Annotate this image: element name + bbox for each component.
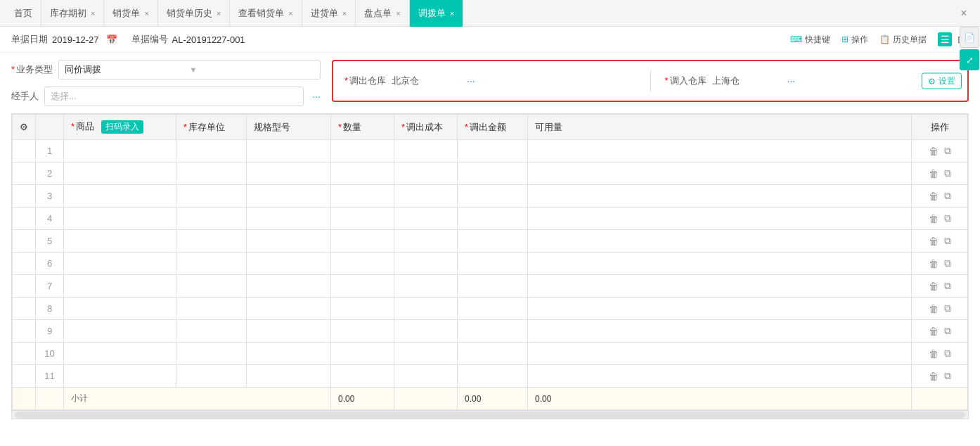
row-qty-cell[interactable] — [331, 230, 394, 253]
tab-stocktake[interactable]: 盘点单 × — [356, 0, 409, 27]
row-amount-cell[interactable] — [458, 343, 528, 365]
delete-icon[interactable]: 🗑 — [929, 303, 939, 314]
copy-icon[interactable]: ⧉ — [944, 190, 951, 202]
sidebar-doc-button[interactable]: 📄 — [960, 27, 979, 48]
layout-list-icon[interactable]: ☰ — [938, 32, 952, 46]
row-amount-cell[interactable] — [458, 230, 528, 253]
copy-icon[interactable]: ⧉ — [944, 235, 951, 247]
biz-type-select[interactable]: 同价调拨 ▼ — [58, 60, 321, 79]
row-amount-cell[interactable] — [458, 185, 528, 208]
row-unit-cell[interactable] — [176, 230, 247, 253]
tab-inventory-init[interactable]: 库存期初 × — [41, 0, 104, 27]
scan-entry-button[interactable]: 扫码录入 — [101, 120, 143, 134]
row-unit-cell[interactable] — [176, 343, 247, 365]
row-product-cell[interactable] — [64, 230, 176, 253]
row-cost-cell[interactable] — [394, 163, 458, 185]
subtotal-delete-icon[interactable]: 🗑 — [929, 371, 939, 382]
subtotal-unit-cell[interactable] — [176, 365, 247, 388]
row-qty-cell[interactable] — [331, 275, 394, 298]
th-settings[interactable]: ⚙ — [13, 115, 36, 140]
window-close-button[interactable]: × — [953, 0, 974, 27]
row-spec-cell[interactable] — [247, 343, 331, 365]
subtotal-copy-icon[interactable]: ⧉ — [944, 370, 951, 382]
transfer-out-value[interactable]: 北京仓 — [392, 75, 419, 87]
tab-close-purchase[interactable]: × — [342, 9, 347, 18]
row-qty-cell[interactable] — [331, 185, 394, 208]
row-amount-cell[interactable] — [458, 298, 528, 320]
row-unit-cell[interactable] — [176, 253, 247, 275]
row-cost-cell[interactable] — [394, 185, 458, 208]
delete-icon[interactable]: 🗑 — [929, 258, 939, 269]
row-spec-cell[interactable] — [247, 253, 331, 275]
row-qty-cell[interactable] — [331, 163, 394, 185]
row-qty-cell[interactable] — [331, 298, 394, 320]
row-cost-cell[interactable] — [394, 140, 458, 163]
row-cost-cell[interactable] — [394, 253, 458, 275]
row-spec-cell[interactable] — [247, 320, 331, 343]
tab-close-sales-history[interactable]: × — [217, 9, 221, 18]
date-value[interactable]: 2019-12-27 — [52, 34, 99, 45]
settings-icon[interactable]: ⚙ — [20, 122, 28, 132]
row-spec-cell[interactable] — [247, 230, 331, 253]
copy-icon[interactable]: ⧉ — [944, 280, 951, 292]
delete-icon[interactable]: 🗑 — [929, 146, 939, 157]
tab-sales-history[interactable]: 销货单历史 × — [158, 0, 230, 27]
row-amount-cell[interactable] — [458, 163, 528, 185]
row-qty-cell[interactable] — [331, 253, 394, 275]
shortcut-button[interactable]: ⌨ 快捷键 — [790, 34, 830, 46]
delete-icon[interactable]: 🗑 — [929, 348, 939, 359]
row-unit-cell[interactable] — [176, 298, 247, 320]
tab-close-view-sales[interactable]: × — [288, 9, 292, 18]
row-amount-cell[interactable] — [458, 208, 528, 230]
row-unit-cell[interactable] — [176, 163, 247, 185]
row-cost-cell[interactable] — [394, 208, 458, 230]
transfer-in-value[interactable]: 上海仓 — [712, 75, 740, 87]
transfer-out-more-button[interactable]: ··· — [467, 75, 475, 87]
tab-transfer[interactable]: 调拨单 × — [410, 0, 463, 27]
history-button[interactable]: 📋 历史单据 — [879, 34, 927, 46]
row-cost-cell[interactable] — [394, 298, 458, 320]
row-product-cell[interactable] — [64, 208, 176, 230]
tab-purchase[interactable]: 进货单 × — [302, 0, 356, 27]
copy-icon[interactable]: ⧉ — [944, 257, 951, 269]
row-product-cell[interactable] — [64, 320, 176, 343]
copy-icon[interactable]: ⧉ — [944, 167, 951, 179]
delete-icon[interactable]: 🗑 — [929, 191, 939, 202]
tab-close-sales-order[interactable]: × — [144, 9, 148, 18]
delete-icon[interactable]: 🗑 — [929, 281, 939, 292]
row-spec-cell[interactable] — [247, 275, 331, 298]
setting-button[interactable]: ⚙ 设置 — [922, 73, 962, 89]
row-spec-cell[interactable] — [247, 298, 331, 320]
row-product-cell[interactable] — [64, 185, 176, 208]
copy-icon[interactable]: ⧉ — [944, 212, 951, 224]
row-product-cell[interactable] — [64, 163, 176, 185]
row-amount-cell[interactable] — [458, 140, 528, 163]
row-amount-cell[interactable] — [458, 320, 528, 343]
row-qty-cell[interactable] — [331, 208, 394, 230]
tab-sales-order[interactable]: 销货单 × — [104, 0, 157, 27]
tab-close-transfer[interactable]: × — [450, 9, 454, 18]
copy-icon[interactable]: ⧉ — [944, 325, 951, 337]
transfer-in-more-button[interactable]: ··· — [787, 75, 796, 87]
delete-icon[interactable]: 🗑 — [929, 326, 939, 337]
handler-more-button[interactable]: ··· — [312, 91, 321, 102]
copy-icon[interactable]: ⧉ — [944, 302, 951, 314]
row-unit-cell[interactable] — [176, 208, 247, 230]
row-unit-cell[interactable] — [176, 140, 247, 163]
row-amount-cell[interactable] — [458, 275, 528, 298]
delete-icon[interactable]: 🗑 — [929, 168, 939, 179]
row-spec-cell[interactable] — [247, 140, 331, 163]
horizontal-scrollbar[interactable] — [11, 411, 969, 419]
row-spec-cell[interactable] — [247, 208, 331, 230]
row-product-cell[interactable] — [64, 343, 176, 365]
row-product-cell[interactable] — [64, 253, 176, 275]
row-cost-cell[interactable] — [394, 343, 458, 365]
row-unit-cell[interactable] — [176, 275, 247, 298]
row-spec-cell[interactable] — [247, 185, 331, 208]
tab-close-stocktake[interactable]: × — [396, 9, 400, 18]
operations-button[interactable]: ⊞ 操作 — [842, 34, 868, 46]
delete-icon[interactable]: 🗑 — [929, 213, 939, 224]
row-qty-cell[interactable] — [331, 140, 394, 163]
row-spec-cell[interactable] — [247, 163, 331, 185]
row-cost-cell[interactable] — [394, 230, 458, 253]
